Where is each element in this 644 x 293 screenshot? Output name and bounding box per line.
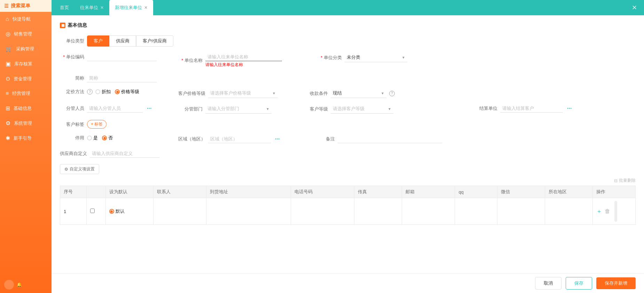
customer-level-select[interactable]: 请选择客户等级 ▼ [331, 104, 393, 114]
unit-category-select[interactable]: 未分类 ▼ [345, 53, 407, 62]
cell-email[interactable] [402, 198, 455, 225]
manager-more[interactable]: ··· [146, 105, 153, 112]
cell-qq[interactable] [455, 198, 497, 225]
radio-no-dot [103, 137, 106, 139]
cell-region[interactable] [545, 198, 592, 225]
region-cell-input[interactable] [549, 209, 589, 214]
batch-delete-label[interactable]: 批量删除 [619, 178, 636, 184]
department-label: 分管部门 [178, 106, 203, 112]
save-button[interactable]: 保存 [566, 277, 592, 290]
sidebar-item-label: 采购管理 [16, 46, 34, 52]
tab-partner-list-label: 往来单位 [80, 5, 98, 11]
wechat-input[interactable] [501, 209, 541, 214]
abbreviation-input[interactable] [87, 74, 157, 82]
radio-price-level-circle [115, 89, 120, 94]
radio-discount[interactable]: 折扣 [95, 89, 111, 95]
sidebar-item-operations[interactable]: ≡ 经营管理 [0, 86, 52, 101]
footer: 取消 保存 保存并新增 [52, 273, 644, 293]
fax-input[interactable] [358, 209, 398, 214]
region-field: 区域（地区） ··· [178, 135, 304, 143]
sidebar-item-basic-info[interactable]: ⊞ 基础信息 [0, 101, 52, 116]
customer-price-level-select[interactable]: 请选择客户价格等级 ▼ [208, 89, 278, 98]
cell-fax[interactable] [354, 198, 402, 225]
qq-input[interactable] [458, 209, 494, 214]
region-more[interactable]: ··· [274, 136, 281, 142]
address-input[interactable] [210, 209, 287, 214]
abbreviation-label: 简称 [60, 75, 84, 81]
add-tag-button[interactable]: + 标签 [87, 120, 107, 129]
remarks-input[interactable] [338, 135, 442, 143]
disabled-region-row: 停用 是 否 区域（地区） ··· [60, 135, 636, 143]
unit-btn-supplier[interactable]: 供应商 [109, 35, 136, 47]
save-new-button[interactable]: 保存并新增 [596, 277, 636, 289]
default-radio[interactable]: 默认 [109, 208, 150, 214]
custom-settings-button[interactable]: ⚙ 自定义项设置 [60, 164, 99, 174]
close-all-tabs[interactable]: ✕ [628, 4, 641, 11]
row-checkbox[interactable] [90, 209, 95, 213]
sidebar-item-purchase-mgmt[interactable]: 🛒 采购管理 [0, 41, 52, 56]
pricing-method-help[interactable]: ? [87, 89, 93, 95]
collection-terms-help[interactable]: ? [389, 91, 395, 96]
sidebar-item-quick-nav[interactable]: ⌂ 快捷导航 [0, 12, 52, 26]
cell-checkbox[interactable] [87, 198, 106, 225]
col-checkbox [87, 186, 106, 198]
collection-terms-select[interactable]: 现结 ▼ [331, 89, 386, 98]
sidebar-item-system-mgmt[interactable]: ⚙ 系统管理 [0, 116, 52, 131]
row-actions: ＋ 🗑 [596, 201, 632, 222]
pricing-radio-group: 折扣 价格等级 [95, 89, 139, 95]
unit-name-label: 单位名称 [178, 57, 203, 64]
pricing-row: 定价方法 ? 折扣 价格等级 客户价格等级 [60, 89, 636, 98]
sidebar-item-finance[interactable]: ⊙ 资金管理 [0, 71, 52, 86]
settlement-more[interactable]: ··· [566, 105, 573, 112]
table-body: 1 默认 [60, 198, 636, 225]
delete-row-button[interactable]: 🗑 [605, 208, 610, 214]
cell-phone[interactable] [291, 198, 354, 225]
region-label: 区域（地区） [178, 136, 205, 142]
department-select[interactable]: 请输入分管部门 ▼ [205, 104, 272, 114]
region-input[interactable] [208, 135, 271, 143]
search-menu[interactable]: ☰ 搜索菜单 [0, 0, 52, 12]
settlement-unit-input[interactable] [500, 104, 563, 113]
unit-btn-both[interactable]: 客户/供应商 [136, 35, 173, 47]
inventory-icon: ▣ [6, 60, 11, 67]
cell-address[interactable] [206, 198, 291, 225]
contact-input[interactable] [157, 209, 203, 214]
sidebar: ☰ 搜索菜单 ⌂ 快捷导航 ◎ 销售管理 🛒 采购管理 ▣ 库存核算 ⊙ 资金管… [0, 0, 52, 293]
sidebar-bottom: 🔔 [0, 276, 52, 293]
sidebar-item-sales-mgmt[interactable]: ◎ 销售管理 [0, 26, 52, 41]
operations-icon: ≡ [6, 90, 9, 97]
tab-home[interactable]: 首页 [54, 0, 74, 15]
supplier-custom-input[interactable] [90, 149, 159, 158]
table-header: 序号 设为默认 联系人 到货地址 电话号码 传真 邮箱 qq 微信 所在地区 操… [60, 186, 636, 198]
unit-name-input[interactable] [205, 53, 282, 61]
cancel-button[interactable]: 取消 [535, 277, 561, 290]
tab-partner-list[interactable]: 往来单位 ✕ [74, 0, 109, 15]
radio-yes[interactable]: 是 [87, 135, 98, 141]
cell-contact[interactable] [153, 198, 206, 225]
remarks-field: 备注 [311, 135, 636, 143]
radio-price-level[interactable]: 价格等级 [115, 89, 139, 95]
add-row-button[interactable]: ＋ [596, 208, 602, 215]
sidebar-item-inventory[interactable]: ▣ 库存核算 [0, 56, 52, 71]
radio-no[interactable]: 否 [102, 135, 113, 141]
default-radio-label: 默认 [116, 208, 125, 214]
unit-type-row: 单位类型 客户 供应商 客户/供应商 [60, 35, 636, 47]
default-radio-circle [109, 209, 114, 214]
tab-new-partner-close[interactable]: ✕ [144, 5, 148, 10]
tab-new-partner[interactable]: 新增往来单位 ✕ [109, 0, 153, 15]
cell-wechat[interactable] [497, 198, 545, 225]
system-icon: ⚙ [6, 120, 10, 127]
customer-level-label: 客户等级 [304, 106, 328, 112]
unit-btn-customer[interactable]: 客户 [87, 35, 109, 47]
sound-icon: 🔔 [17, 282, 22, 287]
unit-code-label: 单位编码 [60, 54, 84, 60]
email-input[interactable] [406, 209, 451, 214]
sidebar-item-new-guide[interactable]: ✱ 新手引导 [0, 131, 52, 146]
phone-input[interactable] [294, 209, 351, 214]
manager-input[interactable] [87, 104, 143, 113]
sidebar-item-label: 基础信息 [14, 105, 32, 112]
customer-level-arrow: ▼ [388, 107, 391, 111]
sidebar-item-label: 快捷导航 [13, 16, 31, 22]
unit-code-input[interactable]: 000009 [87, 53, 157, 61]
tab-partner-list-close[interactable]: ✕ [100, 5, 104, 10]
